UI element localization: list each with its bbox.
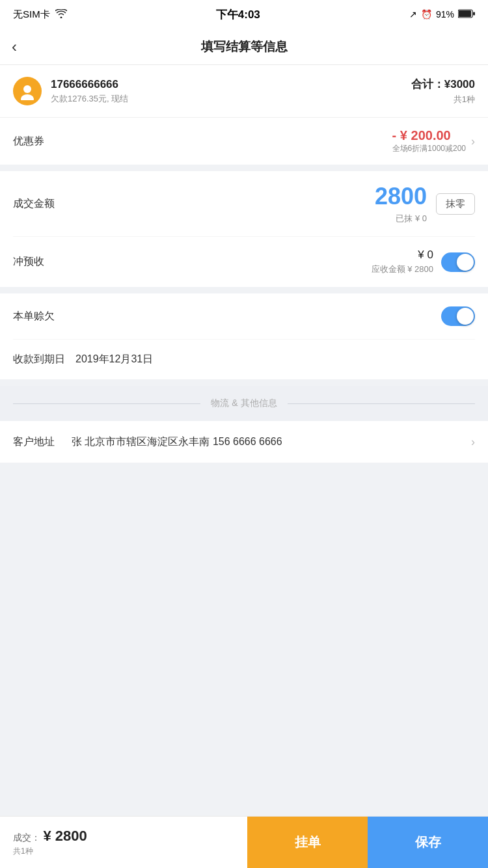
status-bar: 无SIM卡 下午4:03 ↗ ⏰ 91% [0,0,488,29]
prepay-sub: 应收金额 ¥ 2800 [372,264,433,275]
user-info-card: 17666666666 欠款1276.35元, 现结 合计：¥3000 共1种 … [0,65,488,165]
prepay-amount: ¥ 0 应收金额 ¥ 2800 [372,249,433,275]
divider-line-right [288,403,475,404]
total-sub: 共1种 [411,94,475,105]
svg-point-3 [23,85,31,93]
due-date-row: 收款到期日 2019年12月31日 [13,340,475,379]
bottom-bar: 成交： ¥ 2800 共1种 挂单 保存 [0,816,488,868]
prepay-label: 冲预收 [13,255,44,269]
battery-label: 91% [436,9,454,20]
bottom-summary-amount: ¥ 2800 [43,828,87,844]
amount-section: 成交金额 2800 已抹 ¥ 0 抹零 冲预收 ¥ 0 应收金额 ¥ 2800 [0,171,488,287]
bottom-summary-sub: 共1种 [13,846,234,857]
coupon-right: - ¥ 200.00 全场6折满1000减200 › [392,128,475,154]
debt-row: 本单赊欠 [13,293,475,340]
amount-erased: 已抹 ¥ 0 [375,213,427,224]
round-button[interactable]: 抹零 [436,193,475,215]
user-total: 合计：¥3000 共1种 [411,77,475,105]
debt-section: 本单赊欠 收款到期日 2019年12月31日 [0,293,488,379]
user-info: 17666666666 欠款1276.35元, 现结 [51,78,411,105]
address-value: 张 北京市市辖区海淀区永丰南 156 6666 6666 [72,434,465,450]
prepay-value: ¥ 0 [372,249,433,262]
address-section: 客户地址 张 北京市市辖区海淀区永丰南 156 6666 6666 › [0,421,488,463]
amount-row: 成交金额 2800 已抹 ¥ 0 抹零 [13,171,475,237]
divider-line-left [13,403,200,404]
prepay-toggle[interactable] [441,252,475,272]
no-sim-label: 无SIM卡 [13,8,50,21]
due-date-value: 2019年12月31日 [75,353,153,366]
address-chevron-icon: › [471,434,475,449]
total-amount: 合计：¥3000 [411,77,475,92]
svg-rect-2 [473,12,475,15]
coupon-chevron-icon: › [471,135,475,148]
bottom-label-row: 成交： ¥ 2800 [13,828,234,845]
location-icon: ↗ [409,9,417,20]
alarm-icon: ⏰ [421,9,432,20]
amount-label: 成交金额 [13,197,55,211]
hang-button[interactable]: 挂单 [247,817,368,869]
avatar [13,77,42,105]
back-button[interactable]: ‹ [12,38,17,56]
bottom-summary-label: 成交： [13,832,40,843]
svg-rect-1 [459,10,471,17]
amount-value: 2800 [375,183,427,210]
prepay-row: 冲预收 ¥ 0 应收金额 ¥ 2800 [13,237,475,287]
coupon-row[interactable]: 优惠券 - ¥ 200.00 全场6折满1000减200 › [0,118,488,165]
main-content: 17666666666 欠款1276.35元, 现结 合计：¥3000 共1种 … [0,65,488,632]
divider-text: 物流 & 其他信息 [211,398,277,409]
save-button[interactable]: 保存 [368,817,488,869]
user-row: 17666666666 欠款1276.35元, 现结 合计：¥3000 共1种 [0,65,488,118]
address-row[interactable]: 客户地址 张 北京市市辖区海淀区永丰南 156 6666 6666 › [13,421,475,463]
status-time: 下午4:03 [216,7,260,22]
bottom-summary: 成交： ¥ 2800 共1种 [0,828,247,857]
due-date-label: 收款到期日 [13,353,65,366]
status-left: 无SIM卡 [13,8,67,21]
address-label: 客户地址 [13,434,65,449]
debt-right [441,306,475,326]
debt-toggle[interactable] [441,306,475,326]
coupon-label: 优惠券 [13,135,392,148]
nav-bar: ‹ 填写结算等信息 [0,29,488,65]
page-title: 填写结算等信息 [201,38,288,55]
svg-point-4 [21,94,34,100]
coupon-desc: 全场6折满1000减200 [392,143,466,154]
coupon-amount: - ¥ 200.00 [392,128,466,143]
prepay-right: ¥ 0 应收金额 ¥ 2800 [372,249,475,275]
logistics-divider: 物流 & 其他信息 [0,386,488,421]
amount-right: 2800 已抹 ¥ 0 抹零 [375,183,475,224]
wifi-icon [55,9,67,20]
debt-label: 本单赊欠 [13,310,55,323]
empty-area [0,469,488,573]
user-sub: 欠款1276.35元, 现结 [51,93,411,105]
user-phone: 17666666666 [51,78,411,91]
status-right: ↗ ⏰ 91% [409,9,475,20]
battery-icon [458,9,475,20]
